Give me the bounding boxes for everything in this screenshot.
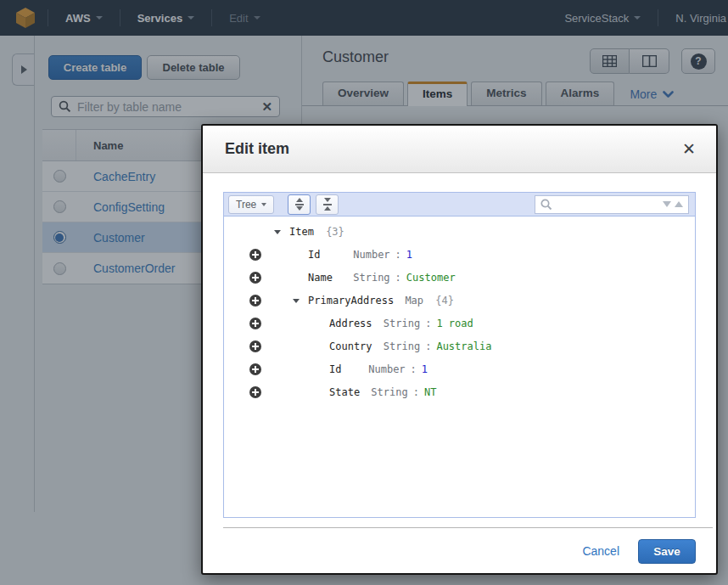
editor-search-box: [535, 195, 689, 214]
tree-field[interactable]: Country: [329, 335, 372, 358]
dialog-title: Edit item: [225, 140, 289, 158]
tree-row-country: Country String:Australia: [224, 335, 695, 358]
close-icon[interactable]: ✕: [682, 139, 696, 159]
add-attribute-icon[interactable]: [249, 363, 261, 375]
chevron-down-icon: [261, 203, 266, 206]
add-attribute-icon[interactable]: [249, 318, 261, 329]
tree-type: String: [371, 386, 407, 398]
tree-value[interactable]: 1: [422, 363, 428, 375]
tree-colon: :: [413, 386, 419, 398]
collapse-all-button[interactable]: [316, 194, 339, 215]
tree-value[interactable]: Australia: [436, 340, 491, 352]
save-button[interactable]: Save: [638, 539, 696, 564]
add-attribute-icon[interactable]: [249, 386, 261, 398]
tree-child-count: {3}: [326, 226, 344, 238]
tree-row-item: Item {3}: [224, 221, 695, 244]
tree-field: Item: [289, 226, 314, 238]
collapse-node-icon[interactable]: [293, 299, 300, 303]
tree-row-id2: Id Number:1: [224, 358, 695, 381]
tree-field[interactable]: State: [329, 381, 360, 404]
add-attribute-icon[interactable]: [249, 272, 261, 284]
editor-toolbar: Tree: [224, 193, 695, 217]
collapse-node-icon[interactable]: [274, 230, 281, 234]
editor-search-input[interactable]: [557, 199, 658, 211]
dialog-header: Edit item ✕: [203, 126, 716, 173]
previous-result-icon[interactable]: [675, 201, 683, 207]
tree-colon: :: [395, 249, 401, 261]
add-attribute-icon[interactable]: [249, 340, 261, 352]
tree-type: Number: [353, 249, 389, 261]
add-attribute-icon[interactable]: [249, 249, 261, 261]
editor-mode-label: Tree: [236, 199, 256, 211]
search-icon: [540, 199, 552, 211]
tree-field[interactable]: Id: [308, 244, 342, 267]
edit-item-dialog: Edit item ✕ Tree: [201, 124, 718, 575]
tree-row-id: Id Number:1: [224, 244, 695, 267]
dialog-footer: Cancel Save: [203, 533, 716, 569]
tree-child-count: {4}: [435, 295, 454, 307]
tree-row-state: State String:NT: [224, 381, 695, 404]
tree-field[interactable]: Name: [308, 267, 342, 290]
next-result-icon[interactable]: [663, 201, 671, 207]
tree-colon: :: [425, 340, 431, 352]
tree-row-address: Address String:1 road: [224, 312, 695, 335]
tree-type: Number: [368, 363, 405, 375]
tree-type: String: [384, 318, 420, 329]
tree-field[interactable]: Id: [329, 358, 357, 381]
tree-value[interactable]: NT: [424, 386, 436, 398]
add-attribute-icon[interactable]: [249, 295, 261, 307]
tree-value[interactable]: Customer: [406, 272, 456, 284]
tree-field[interactable]: Address: [329, 312, 372, 335]
expand-all-icon: [296, 198, 303, 202]
cancel-button[interactable]: Cancel: [582, 544, 619, 558]
tree-colon: :: [411, 363, 417, 375]
tree-field[interactable]: PrimaryAddress: [308, 295, 394, 307]
tree-value[interactable]: 1 road: [436, 318, 473, 329]
tree-type: String: [353, 272, 389, 284]
expand-all-button[interactable]: [288, 194, 311, 215]
tree-type: String: [384, 340, 420, 352]
footer-divider: [223, 527, 713, 528]
search-nav-arrows: [663, 201, 683, 207]
tree-colon: :: [425, 318, 431, 329]
editor-mode-dropdown[interactable]: Tree: [228, 195, 274, 214]
tree-row-name: Name String:Customer: [224, 267, 695, 290]
collapse-all-icon: [324, 198, 331, 202]
tree-colon: :: [395, 272, 401, 284]
tree-value[interactable]: 1: [406, 249, 412, 261]
tree-view: Item {3} Id Number:1 Name String:Custome…: [224, 217, 695, 517]
tree-type: Map: [405, 295, 423, 307]
json-tree-editor: Tree: [223, 192, 696, 518]
tree-row-primaryaddress: PrimaryAddress Map {4}: [224, 290, 695, 312]
